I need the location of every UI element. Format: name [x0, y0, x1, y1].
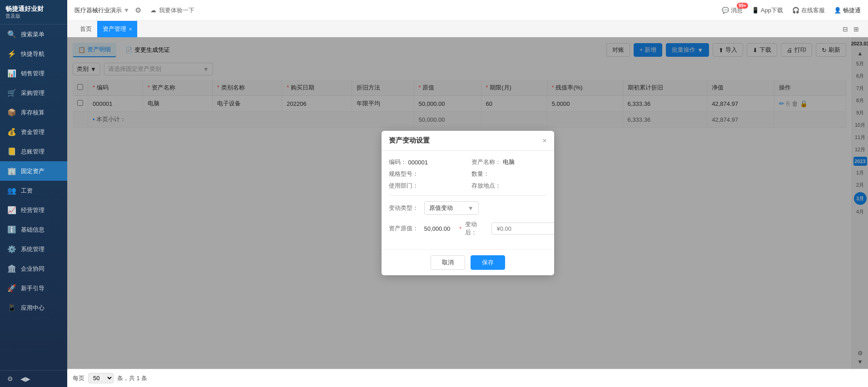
- user-avatar-icon: 👤: [834, 7, 841, 14]
- sidebar-item-operations-label: 经营管理: [21, 206, 45, 214]
- app-download-btn[interactable]: 📱 App下载: [752, 6, 783, 15]
- enterprise-icon: 🏛️: [7, 264, 16, 273]
- sidebar-item-quicknav-label: 快捷导航: [21, 50, 45, 58]
- settings-gear-icon[interactable]: ⚙: [135, 6, 141, 15]
- dialog-footer: 取消 保存: [382, 249, 554, 275]
- sidebar-item-appstore[interactable]: 📱 应用中心: [0, 298, 67, 318]
- sidebar-item-fixed-assets-label: 固定资产: [21, 167, 45, 175]
- settings-icon[interactable]: ⚙: [7, 375, 13, 382]
- code-value: 000001: [408, 159, 428, 166]
- sidebar-item-inventory-label: 库存核算: [21, 109, 45, 117]
- total-label: 条，共 1 条: [117, 374, 147, 382]
- sidebar-logo-subtitle: 普及版: [5, 13, 62, 20]
- sidebar-item-finance[interactable]: 💰 资金管理: [0, 122, 67, 142]
- dialog-body: 编码： 000001 资产名称： 电脑 规格型号： 数量：: [382, 151, 554, 249]
- header: 医疗器械行业演示 ▼ ⚙ ☁ 我要体验一下 💬 消息 99+ 📱 App下载 🎧…: [67, 0, 868, 21]
- bottom-bar: 每页 50 100 200 条，共 1 条: [67, 369, 868, 387]
- experience-btn[interactable]: ☁ 我要体验一下: [150, 6, 194, 15]
- change-type-value: 原值变动: [429, 204, 453, 212]
- sidebar-item-appstore-label: 应用中心: [21, 304, 45, 312]
- sidebar-item-sales[interactable]: 📊 销售管理: [0, 64, 67, 83]
- sidebar-item-guide[interactable]: 🚀 新手引导: [0, 278, 67, 298]
- tab-home-label: 首页: [80, 25, 92, 33]
- tab-minimize-icon[interactable]: ⊟: [841, 24, 850, 35]
- messages-btn[interactable]: 💬 消息 99+: [722, 6, 743, 15]
- location-label: 存放地点：: [471, 182, 501, 190]
- message-icon: 💬: [722, 7, 729, 14]
- cancel-button[interactable]: 取消: [431, 255, 465, 270]
- sidebar-item-basic-info[interactable]: ℹ️ 基础信息: [0, 220, 67, 239]
- service-btn[interactable]: 🎧 在线客服: [792, 6, 825, 15]
- fixed-assets-icon: 🏢: [7, 167, 16, 175]
- sidebar-logo: 畅捷通好业财 普及版: [0, 0, 67, 25]
- sidebar-item-inventory[interactable]: 📦 库存核算: [0, 103, 67, 122]
- appstore-icon: 📱: [7, 303, 16, 312]
- dialog-title: 资产变动设置: [389, 136, 430, 145]
- sidebar-item-basic-info-label: 基础信息: [21, 226, 45, 234]
- modal-overlay: 资产变动设置 × 编码： 000001 资产名称： 电脑: [67, 37, 868, 369]
- sidebar-item-purchase-label: 采购管理: [21, 89, 45, 97]
- app-icon: 📱: [752, 7, 759, 14]
- operations-icon: 📈: [7, 206, 16, 214]
- finance-icon: 💰: [7, 128, 16, 136]
- sidebar-item-ledger[interactable]: 📒 总账管理: [0, 142, 67, 161]
- sidebar-item-search[interactable]: 🔍 搜索菜单: [0, 25, 67, 44]
- code-label: 编码：: [389, 158, 407, 166]
- sidebar-item-enterprise-label: 企业协同: [21, 265, 45, 273]
- spec-label: 规格型号：: [389, 170, 418, 178]
- dialog-divider: [389, 195, 547, 196]
- after-label: 变动后：: [465, 220, 488, 237]
- dialog-qty: 数量：: [471, 170, 547, 178]
- sidebar: 畅捷通好业财 普及版 🔍 搜索菜单 ⚡ 快捷导航 📊 销售管理 🛒 采购管理 📦…: [0, 0, 67, 387]
- dialog-close-btn[interactable]: ×: [542, 137, 546, 145]
- tab-bar: 首页 资产管理 × ⊟ ⊞: [67, 21, 868, 37]
- dialog-code: 编码： 000001: [389, 158, 464, 166]
- payroll-icon: 👥: [7, 186, 16, 195]
- sidebar-item-guide-label: 新手引导: [21, 284, 45, 293]
- sidebar-item-payroll[interactable]: 👥 工资: [0, 181, 67, 200]
- sidebar-item-system[interactable]: ⚙️ 系统管理: [0, 239, 67, 259]
- dialog-location: 存放地点：: [471, 182, 547, 190]
- demo-selector[interactable]: 医疗器械行业演示 ▼: [74, 6, 129, 15]
- change-type-label: 变动类型：: [389, 204, 421, 212]
- main-area: 医疗器械行业演示 ▼ ⚙ ☁ 我要体验一下 💬 消息 99+ 📱 App下载 🎧…: [67, 0, 868, 387]
- cancel-label: 取消: [442, 259, 454, 266]
- sidebar-item-enterprise[interactable]: 🏛️ 企业协同: [0, 259, 67, 278]
- purchase-icon: 🛒: [7, 89, 16, 97]
- sidebar-bottom: ⚙ ◀▶: [0, 370, 67, 387]
- quicknav-icon: ⚡: [7, 50, 16, 58]
- change-type-arrow-icon: ▼: [468, 205, 474, 212]
- tab-home[interactable]: 首页: [74, 21, 97, 37]
- inventory-icon: 📦: [7, 108, 16, 117]
- save-button[interactable]: 保存: [471, 255, 505, 270]
- collapse-icon[interactable]: ◀▶: [20, 375, 30, 382]
- sales-icon: 📊: [7, 69, 16, 78]
- dialog-header: 资产变动设置 ×: [382, 131, 554, 151]
- sidebar-item-operations[interactable]: 📈 经营管理: [0, 200, 67, 220]
- dialog-asset-name: 资产名称： 电脑: [471, 158, 547, 166]
- header-right: 💬 消息 99+ 📱 App下载 🎧 在线客服 👤 畅捷通: [722, 6, 861, 15]
- original-value: 50,000.00: [424, 225, 451, 232]
- service-label: 在线客服: [801, 6, 825, 15]
- user-name: 畅捷通: [843, 6, 861, 15]
- original-label: 资产原值：: [389, 224, 421, 233]
- sidebar-scroll: 🔍 搜索菜单 ⚡ 快捷导航 📊 销售管理 🛒 采购管理 📦 库存核算 💰 资金管…: [0, 25, 67, 370]
- app-label: App下载: [761, 6, 783, 15]
- sidebar-logo-title: 畅捷通好业财: [5, 5, 62, 13]
- change-type-select[interactable]: 原值变动 ▼: [424, 201, 479, 215]
- sidebar-item-quicknav[interactable]: ⚡ 快捷导航: [0, 44, 67, 64]
- user-btn[interactable]: 👤 畅捷通: [834, 6, 861, 15]
- dialog-info-grid: 编码： 000001 资产名称： 电脑 规格型号： 数量：: [389, 158, 547, 190]
- page-size-select[interactable]: 50 100 200: [88, 373, 114, 383]
- dialog-change-type-field: 变动类型： 原值变动 ▼: [389, 201, 547, 215]
- sidebar-item-sales-label: 销售管理: [21, 69, 45, 78]
- tab-asset-management[interactable]: 资产管理 ×: [97, 21, 138, 37]
- sidebar-item-purchase[interactable]: 🛒 采购管理: [0, 83, 67, 103]
- tab-maximize-icon[interactable]: ⊞: [852, 24, 861, 35]
- sidebar-item-ledger-label: 总账管理: [21, 148, 45, 156]
- name-value: 电脑: [503, 158, 515, 166]
- after-value-input[interactable]: [491, 223, 554, 235]
- tab-close-icon[interactable]: ×: [129, 26, 132, 32]
- sidebar-item-search-label: 搜索菜单: [21, 30, 45, 39]
- sidebar-item-fixed-assets[interactable]: 🏢 固定资产: [0, 161, 67, 181]
